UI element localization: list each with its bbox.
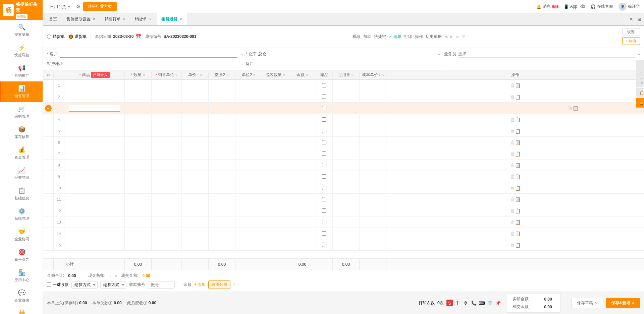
app-download-btn[interactable]: 📱 App下载 [564, 4, 585, 9]
td-price-1[interactable] [182, 80, 209, 91]
radio-sales[interactable]: 销货单 [47, 34, 65, 40]
close-sales-return-icon[interactable]: × [179, 16, 182, 22]
copy-row-10-icon[interactable]: 📋 [515, 185, 521, 191]
cost-info-icon[interactable]: ℹ [379, 73, 380, 77]
fee-help-icon[interactable]: ? [233, 282, 235, 287]
list-view-icon[interactable]: ☰ [456, 34, 460, 39]
td-amount-1[interactable] [289, 80, 316, 91]
td-gift-1[interactable] [316, 80, 333, 91]
warehouse-dots-icon[interactable]: ··· [438, 52, 441, 57]
sidebar-item-finance[interactable]: 💰 资金管理 [0, 143, 43, 163]
gift-checkbox-6[interactable] [322, 140, 326, 144]
shirt-icon[interactable]: 👕 [487, 300, 493, 306]
delete-row-8-icon[interactable]: 🗑 [510, 163, 515, 168]
delete-row-12-icon[interactable]: 🗑 [510, 208, 515, 213]
cost-sort-icon[interactable]: ⇅ [381, 73, 384, 77]
delete-row-15-icon[interactable]: 🗑 [510, 242, 515, 248]
account-dots-icon[interactable]: ··· [177, 282, 181, 287]
phone-icon[interactable]: 📞 [471, 300, 477, 306]
calendar-icon[interactable]: 📅 [136, 34, 141, 39]
address-dots-icon[interactable]: ··· [239, 62, 243, 66]
tab-sales-order[interactable]: 销售订单 × [100, 13, 130, 25]
gift-checkbox-5[interactable] [322, 129, 326, 133]
close-price-settings-icon[interactable]: × [93, 16, 95, 22]
gift-checkbox-2[interactable] [322, 95, 326, 99]
help-cash-icon[interactable]: ℹ [109, 273, 111, 278]
gift-checkbox-14[interactable] [322, 231, 326, 236]
sidebar-item-sales[interactable]: 📊 销售管理 [0, 81, 43, 102]
calc-method-select[interactable]: 结算方式 [100, 281, 126, 289]
copy-row-8-icon[interactable]: 📋 [515, 163, 521, 168]
td-qty-1[interactable] [125, 80, 152, 91]
print-btn[interactable]: 打印 [404, 34, 412, 40]
save-draft-button[interactable]: 保存草稿 ∧ [571, 298, 603, 308]
expand-tabs-icon[interactable]: ⊞ [636, 16, 643, 22]
close-all-tabs-icon[interactable]: ✕ [628, 16, 635, 22]
nav-next-icon[interactable]: ▶ [450, 34, 453, 39]
user-profile-btn[interactable]: 👤 徐泽华 [619, 3, 640, 11]
add-row-btn[interactable]: + [45, 105, 52, 112]
price-info-icon[interactable]: ℹ [197, 73, 199, 77]
delete-row-3-icon[interactable]: 🗑 [568, 106, 573, 111]
sidebar-item-inventory[interactable]: 📦 库存核算 [0, 122, 43, 143]
copy-row-13-icon[interactable]: 📋 [515, 219, 521, 225]
gift-checkbox-11[interactable] [322, 197, 326, 201]
fee-split-btn[interactable]: 费用分摊 [208, 280, 230, 289]
sidebar-item-member[interactable]: 👑 畅会员 [0, 306, 43, 314]
tab-price-settings[interactable]: 售价提取设置 × [62, 13, 100, 25]
settle-method-select[interactable]: 结算方式 [71, 281, 98, 289]
add-payment-btn[interactable]: + 添加 [194, 282, 206, 288]
gift-checkbox-3[interactable] [322, 106, 326, 110]
return-radio[interactable] [69, 35, 73, 39]
copy-row-11-icon[interactable]: 📋 [515, 197, 521, 202]
delete-row-4-icon[interactable]: 🗑 [510, 117, 515, 122]
copy-row-1-icon[interactable]: 📋 [515, 83, 521, 88]
gift-checkbox-9[interactable] [322, 174, 326, 179]
sidebar-item-appstore[interactable]: 🏪 应用中心 [0, 265, 43, 286]
copy-row-6-icon[interactable]: 📋 [515, 140, 521, 145]
th-settings[interactable]: ⚙ [43, 73, 54, 77]
help-btn[interactable]: 帮助 [363, 34, 371, 40]
salesperson-input[interactable] [458, 51, 635, 58]
copy-row-2-icon[interactable]: 📋 [515, 94, 521, 100]
sidebar-item-wechat[interactable]: 💬 企业微信 [0, 286, 43, 306]
quick-note-btn[interactable]: 📋 [636, 88, 644, 98]
setting-button[interactable]: 设置 [622, 28, 640, 36]
account-input[interactable] [148, 281, 175, 289]
shortcut-btn[interactable]: 快捷键 [374, 34, 386, 40]
tab-sales-return[interactable]: 销货退货 × [157, 13, 187, 25]
td-product-1[interactable] [64, 80, 125, 91]
delete-row-5-icon[interactable]: 🗑 [510, 128, 515, 134]
sidebar-item-search[interactable]: 🔍 搜索菜单 [0, 20, 43, 41]
settings-icon[interactable]: ⚙ [76, 3, 80, 10]
gift-checkbox-7[interactable] [322, 151, 326, 156]
category-select[interactable]: 日用百货 [47, 3, 73, 10]
delete-row-7-icon[interactable]: 🗑 [510, 151, 515, 156]
td-available-1[interactable] [333, 80, 360, 91]
customer-input[interactable] [60, 51, 237, 58]
keyboard-icon[interactable]: ⌨ [479, 300, 485, 306]
sidebar-item-enterprise[interactable]: 🤝 企业协同 [0, 225, 43, 245]
td-sale-unit-1[interactable] [152, 80, 182, 91]
qty2-sort-icon[interactable]: ⇅ [226, 73, 229, 77]
copy-row-15-icon[interactable]: 📋 [515, 242, 521, 248]
operate-btn[interactable]: 操作 [415, 34, 423, 40]
delete-row-2-icon[interactable]: 🗑 [510, 94, 515, 100]
radio-return[interactable]: 退货单 [69, 34, 87, 40]
tab-sales-bill[interactable]: 销货单 × [130, 13, 156, 25]
delete-row-10-icon[interactable]: 🗑 [510, 185, 515, 191]
delete-row-1-icon[interactable]: 🗑 [510, 83, 515, 88]
notification-btn[interactable]: 🔔 消息 70 [536, 4, 558, 9]
gift-checkbox-8[interactable] [322, 163, 326, 167]
delete-row-13-icon[interactable]: 🗑 [510, 219, 515, 225]
nav-prev-icon[interactable]: ◀ [444, 34, 447, 39]
quick-star-btn[interactable]: ☆ [636, 78, 644, 87]
zh-icon[interactable]: 中 [454, 300, 461, 306]
copy-row-12-icon[interactable]: 📋 [515, 208, 521, 213]
gift-checkbox-15[interactable] [322, 243, 326, 247]
customer-dots-icon[interactable]: ··· [239, 52, 243, 57]
quick-link-btn[interactable]: 联 [636, 66, 644, 72]
td-cost-price-1[interactable] [360, 80, 386, 91]
delete-row-14-icon[interactable]: 🗑 [510, 231, 515, 236]
history-btn[interactable]: 历史单据 [426, 34, 442, 40]
